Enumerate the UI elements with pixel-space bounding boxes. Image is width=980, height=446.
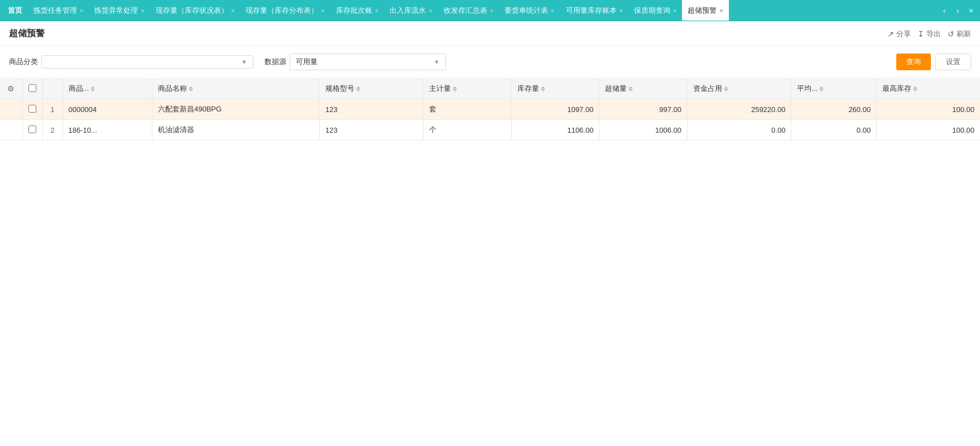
th-max-stock[interactable]: 最高库存 <box>877 79 980 99</box>
sort-down-icon <box>90 89 95 91</box>
th-spec[interactable]: 规格型号 <box>319 79 423 99</box>
gear-icon[interactable]: ⚙ <box>7 84 15 93</box>
td-overstock: 997.00 <box>599 99 688 120</box>
nav-tab-close-stock-status[interactable]: × <box>231 7 234 14</box>
nav-tab-label-task: 拣货任务管理 <box>33 6 77 16</box>
datasource-select[interactable]: 可用量 ▼ <box>290 54 446 70</box>
th-unit-label: 主计量 <box>429 84 451 94</box>
nav-tab-stock-dist[interactable]: 现存量（库存分布表）× <box>240 0 330 21</box>
row-checkbox[interactable] <box>28 105 36 113</box>
sort-down-icon <box>541 89 545 91</box>
category-chevron-down-icon: ▼ <box>241 59 247 65</box>
query-button[interactable]: 查询 <box>896 54 931 70</box>
page-header: 超储预警 ↗ 分享 ↧ 导出 ↺ 刷新 <box>0 21 980 46</box>
share-icon: ↗ <box>887 30 894 38</box>
set-button[interactable]: 设置 <box>935 54 971 70</box>
nav-tab-close-stock-dist[interactable]: × <box>321 7 324 14</box>
td-max-stock: 100.00 <box>877 120 980 140</box>
th-avg[interactable]: 平均... <box>791 79 877 99</box>
export-button[interactable]: ↧ 导出 <box>917 29 941 39</box>
sort-down-icon <box>453 89 457 91</box>
th-product-name[interactable]: 商品名称 <box>152 79 320 99</box>
td-product-code: 186-10... <box>63 120 152 140</box>
td-avg: 0.00 <box>791 120 877 140</box>
nav-tab-close-collect[interactable]: × <box>490 7 493 14</box>
sort-unit-icon <box>453 86 457 91</box>
th-product-name-label: 商品名称 <box>158 84 187 94</box>
td-max-stock: 100.00 <box>877 99 980 120</box>
nav-tab-shelf-life[interactable]: 保质期查询× <box>628 0 682 21</box>
nav-tab-overstock[interactable]: 超储预警× <box>682 0 728 21</box>
nav-prev-btn[interactable]: ‹ <box>938 0 951 21</box>
nav-tab-stock-status[interactable]: 现存量（库存状况表）× <box>150 0 240 21</box>
datasource-filter: 数据源 可用量 ▼ <box>265 54 446 70</box>
sort-down-icon <box>724 89 728 91</box>
share-button[interactable]: ↗ 分享 <box>887 29 911 39</box>
nav-more-btn[interactable]: × <box>964 0 978 21</box>
th-product-code-label: 商品... <box>69 84 89 94</box>
th-capital[interactable]: 资金占用 <box>687 79 791 99</box>
nav-tab-close-batch[interactable]: × <box>375 7 378 14</box>
category-select[interactable]: ▼ <box>41 55 253 69</box>
nav-tab-close-avail-account[interactable]: × <box>619 7 623 14</box>
refresh-button[interactable]: ↺ 刷新 <box>948 29 971 39</box>
nav-tab-label-collect: 收发存汇总表 <box>444 6 487 16</box>
filter-actions: 查询 设置 <box>896 54 971 70</box>
filter-bar: 商品分类 ▼ 数据源 可用量 ▼ 查询 设置 <box>0 46 980 79</box>
nav-tab-task[interactable]: 拣货任务管理× <box>28 0 89 21</box>
data-table: ⚙ 商品... <box>0 79 980 140</box>
sort-up-icon <box>724 86 728 89</box>
nav-tab-batch[interactable]: 库存批次账× <box>330 0 384 21</box>
top-nav: 首页拣货任务管理×拣货异常处理×现存量（库存状况表）×现存量（库存分布表）×库存… <box>0 0 980 21</box>
sort-up-icon <box>628 86 633 89</box>
sort-stock-icon <box>541 86 545 91</box>
nav-tab-label-order-stat: 要货单统计表 <box>505 6 548 16</box>
sort-up-icon <box>541 86 545 89</box>
nav-tab-avail-account[interactable]: 可用量库存账本× <box>560 0 628 21</box>
td-spec: 123 <box>319 120 423 140</box>
row-checkbox[interactable] <box>28 125 36 133</box>
th-max-stock-label: 最高库存 <box>882 84 911 94</box>
datasource-value: 可用量 <box>296 57 318 67</box>
nav-tab-close-shelf-life[interactable]: × <box>673 7 676 14</box>
nav-tab-close-abnormal[interactable]: × <box>141 7 144 14</box>
th-seq <box>42 79 63 99</box>
page-title: 超储预警 <box>9 28 45 40</box>
sort-up-icon <box>356 86 361 89</box>
td-product-name: 六配套新昌490BPG <box>152 99 320 120</box>
nav-tab-close-task[interactable]: × <box>80 7 83 14</box>
td-seq: 1 <box>42 99 63 120</box>
td-unit: 套 <box>424 99 512 120</box>
select-all-checkbox[interactable] <box>28 84 36 92</box>
nav-tab-inout[interactable]: 出入库流水× <box>384 0 438 21</box>
nav-tab-close-inout[interactable]: × <box>429 7 432 14</box>
nav-tab-label-stock-dist: 现存量（库存分布表） <box>246 6 318 16</box>
th-overstock[interactable]: 超储量 <box>599 79 688 99</box>
nav-tab-label-inout: 出入库流水 <box>390 6 426 16</box>
nav-tab-label-avail-account: 可用量库存账本 <box>566 6 617 16</box>
nav-tab-order-stat[interactable]: 要货单统计表× <box>499 0 560 21</box>
th-stock[interactable]: 库存量 <box>511 79 599 99</box>
th-overstock-label: 超储量 <box>605 84 627 94</box>
export-icon: ↧ <box>917 30 924 38</box>
nav-tab-home[interactable]: 首页 <box>2 0 28 21</box>
td-product-code: 0000004 <box>63 99 152 120</box>
th-unit[interactable]: 主计量 <box>424 79 512 99</box>
nav-next-btn[interactable]: › <box>951 0 964 21</box>
nav-tab-collect[interactable]: 收发存汇总表× <box>438 0 499 21</box>
sort-product-name-icon <box>189 86 193 91</box>
th-avg-label: 平均... <box>797 84 818 94</box>
th-gear[interactable]: ⚙ <box>0 79 22 99</box>
nav-tab-abnormal[interactable]: 拣货异常处理× <box>89 0 150 21</box>
nav-tab-close-order-stat[interactable]: × <box>551 7 554 14</box>
td-stock: 1097.00 <box>511 99 599 120</box>
th-spec-label: 规格型号 <box>325 84 354 94</box>
td-overstock: 1006.00 <box>599 120 688 140</box>
th-product-code[interactable]: 商品... <box>63 79 152 99</box>
sort-down-icon <box>819 89 824 91</box>
sort-overstock-icon <box>628 86 633 91</box>
datasource-chevron-down-icon: ▼ <box>434 59 440 65</box>
nav-tab-close-overstock[interactable]: × <box>719 7 723 14</box>
td-capital: 259220.00 <box>687 99 791 120</box>
td-stock: 1106.00 <box>511 120 599 140</box>
